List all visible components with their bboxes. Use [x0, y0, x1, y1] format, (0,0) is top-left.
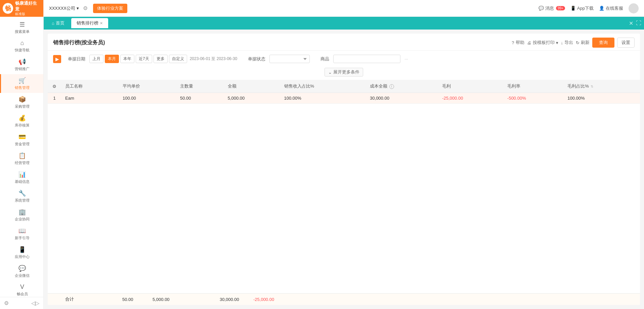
date-btn-this-year[interactable]: 本年 — [120, 55, 134, 63]
table-footer: 合计 50.00 5,000.00 30,000.00 -25,000.00 — [48, 293, 640, 305]
sidebar-item-search-order[interactable]: ☰搜索菜单 — [0, 18, 43, 37]
support-icon: 👤 — [599, 6, 604, 11]
date-btn-custom[interactable]: 自定义 — [169, 55, 187, 63]
app-icon: 📱 — [570, 6, 576, 11]
cell-cost: 30,000.00 — [366, 93, 438, 104]
date-btn-7days[interactable]: 近7天 — [136, 55, 152, 63]
goods-input[interactable] — [333, 55, 400, 63]
company-selector[interactable]: XXXXXX公司 ▾ — [49, 5, 79, 11]
table-wrapper: ⚙ 员工名称 平均单价 主数量 全额 销售收入占比% 成本全额 i 毛利 — [48, 80, 640, 293]
sidebar-item-member[interactable]: V畅会员 — [0, 281, 43, 297]
footer-gross: -25,000.00 — [253, 297, 287, 302]
col-settings-icon[interactable]: ⚙ — [52, 84, 56, 89]
date-btn-last-month[interactable]: 上月 — [89, 55, 103, 63]
sidebar-item-guide[interactable]: 📖新手引导 — [0, 224, 43, 243]
filter-expand-arrow[interactable]: ▶ — [53, 55, 61, 63]
sidebar-logo: 畅 畅康通好生意 标准版 — [0, 0, 43, 17]
cell-name: Eam — [61, 93, 119, 104]
tab-home[interactable]: ⌂ 首页 — [46, 18, 70, 28]
date-btn-this-month[interactable]: 本月 — [105, 55, 119, 63]
gross-pct-sort-icon[interactable]: ⇅ — [591, 85, 593, 88]
message-badge: 99+ — [556, 6, 565, 10]
logo-icon: 畅 — [3, 3, 13, 14]
online-support-btn[interactable]: 👤 在线客服 — [599, 5, 623, 11]
enterprise-label: 企业协同 — [15, 217, 30, 222]
logo-sub: 标准版 — [15, 12, 41, 16]
sales-icon: 🛒 — [18, 77, 26, 84]
page-card: 销售排行榜(按业务员) ? 帮助 🖨 按模板打印 ▾ ↓ 导出 — [48, 34, 640, 305]
col-amount: 全额 — [224, 80, 280, 93]
goods-more-icon[interactable]: ··· — [404, 56, 408, 61]
tab-close-icon[interactable]: ✕ — [100, 21, 103, 25]
app-download-btn[interactable]: 📱 App下载 — [570, 5, 594, 11]
col-gross-rate: 毛利率 — [503, 80, 563, 93]
search-order-label: 搜索菜单 — [15, 29, 30, 34]
topbar-settings-icon[interactable]: ⚙ — [83, 5, 88, 11]
inventory-icon: 💰 — [18, 114, 26, 122]
filter-row-date: ▶ 单据日期 上月 本月 本年 近7天 更多 自定义 2023-06-01 至 … — [53, 55, 635, 63]
enterprise-icon: 🏢 — [18, 208, 26, 216]
finance-label: 资金管理 — [15, 142, 30, 147]
cell-gross-pct: 100.00% — [563, 93, 640, 104]
sidebar-item-system[interactable]: 🔧系统管理 — [0, 187, 43, 206]
sidebar-item-inventory[interactable]: 💰库存核算 — [0, 112, 43, 131]
refresh-btn[interactable]: ↻ 刷新 — [576, 40, 590, 46]
tab-home-label: 首页 — [56, 20, 65, 26]
purchase-icon: 📦 — [18, 96, 26, 103]
cell-qty: 50.00 — [176, 93, 224, 104]
cell-avg-price: 100.00 — [119, 93, 176, 104]
query-btn[interactable]: 查询 — [592, 38, 614, 48]
sidebar-footer: ⚙ ◁▷ — [0, 297, 43, 309]
sidebar-item-sales[interactable]: 🛒销售管理 — [0, 74, 43, 93]
operations-icon: 📋 — [18, 152, 26, 159]
cost-info-icon[interactable]: i — [389, 84, 394, 89]
sidebar-item-enterprise[interactable]: 🏢企业协同 — [0, 206, 43, 224]
tabbar: ⌂ 首页 销售排行榜 ✕ ✕ ⛶ — [44, 17, 644, 30]
col-settings[interactable]: ⚙ — [48, 80, 61, 93]
col-gross-pct: 毛利占比% ⇅ — [563, 80, 640, 93]
print-icon: 🖨 — [527, 40, 531, 45]
tab-close-all-icon[interactable]: ✕ — [629, 20, 633, 27]
guide-label: 新手引导 — [15, 236, 30, 241]
message-icon: 💬 — [539, 6, 544, 11]
settings-btn[interactable]: 设置 — [617, 38, 635, 48]
message-label: 消息 — [545, 5, 554, 11]
sidebar-item-marketing[interactable]: 📢营销推广 — [0, 55, 43, 74]
sidebar-item-app-center[interactable]: 📱应用中心 — [0, 243, 43, 262]
cell-rank: 1 — [48, 93, 61, 104]
settings-icon[interactable]: ⚙ — [4, 300, 9, 306]
main-area: XXXXXX公司 ▾ ⚙ 体验行业方案 💬 消息 99+ 📱 App下载 👤 在… — [44, 0, 644, 309]
sidebar-item-quick-nav[interactable]: ⌂快捷导航 — [0, 37, 43, 55]
cell-sales-pct: 100.00% — [280, 93, 366, 104]
expand-more-btn[interactable]: ⌄ 展开更多条件 — [325, 68, 363, 76]
chevron-down-icon[interactable]: ▾ — [77, 6, 79, 11]
tab-expand-icon[interactable]: ⛶ — [636, 20, 641, 26]
page-title: 销售排行榜(按业务员) — [53, 39, 105, 46]
col-avg-price: 平均单价 — [119, 80, 176, 93]
sidebar-item-basic-info[interactable]: 📊基础信息 — [0, 168, 43, 187]
expand-row: ⌄ 展开更多条件 — [53, 66, 635, 79]
tab-sales-rank[interactable]: 销售排行榜 ✕ — [71, 18, 108, 28]
user-avatar[interactable] — [629, 3, 639, 13]
date-btn-more[interactable]: 更多 — [154, 55, 168, 63]
col-name: 员工名称 — [61, 80, 119, 93]
sales-label: 销售管理 — [15, 85, 30, 90]
trial-btn[interactable]: 体验行业方案 — [93, 4, 127, 13]
help-btn[interactable]: ? 帮助 — [512, 40, 524, 46]
date-btn-group: 上月 本月 本年 近7天 更多 自定义 2023-06-01 至 2023-06… — [89, 55, 237, 63]
message-btn[interactable]: 💬 消息 99+ — [539, 5, 565, 11]
collapse-icon[interactable]: ◁▷ — [31, 300, 39, 306]
status-select[interactable] — [269, 55, 310, 63]
sidebar-nav: ☰搜索菜单⌂快捷导航📢营销推广🛒销售管理📦采购管理💰库存核算💳资金管理📋经营管理… — [0, 17, 43, 297]
col-cost: 成本全额 i — [366, 80, 438, 93]
sidebar-item-operations[interactable]: 📋经营管理 — [0, 149, 43, 168]
print-btn[interactable]: 🖨 按模板打印 ▾ — [527, 40, 558, 46]
export-btn[interactable]: ↓ 导出 — [561, 40, 573, 46]
topbar-right: 💬 消息 99+ 📱 App下载 👤 在线客服 — [539, 3, 639, 13]
footer-qty: 50.00 — [122, 297, 153, 302]
sidebar-item-wechat[interactable]: 💬企业微信 — [0, 262, 43, 281]
sidebar-item-purchase[interactable]: 📦采购管理 — [0, 93, 43, 112]
table-body: 1 Eam 100.00 50.00 5,000.00 100.00% 30,0… — [48, 93, 640, 104]
sidebar-item-finance[interactable]: 💳资金管理 — [0, 131, 43, 149]
finance-icon: 💳 — [18, 133, 26, 141]
